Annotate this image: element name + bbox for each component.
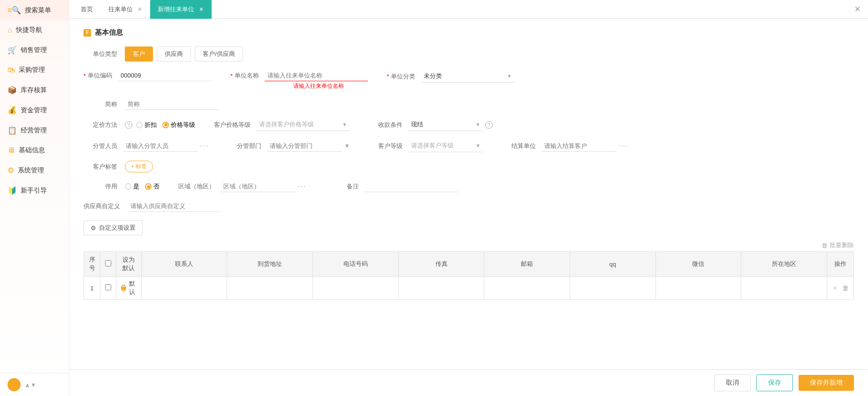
batch-delete-icon: 🗑 [822,242,828,249]
table-row: 1 默认 [84,277,854,300]
region-input[interactable] [221,181,296,192]
settings-gear-icon: ⚙ [91,225,96,232]
row-fax [398,277,484,300]
sidebar-item-sales[interactable]: 🛒 销售管理 [0,40,69,60]
sidebar-label-inventory: 库存核算 [21,86,47,94]
radio-price-level-circle [162,122,169,128]
row-address-input[interactable] [232,283,308,294]
radio-discount-label: 折扣 [145,121,157,129]
tab-new-partner[interactable]: 新增往来单位 ✕ [150,0,212,19]
tab-partners-close[interactable]: ✕ [137,6,142,13]
sidebar-item-finance[interactable]: 💰 资金管理 [0,100,69,120]
row-phone-input[interactable] [318,283,394,294]
tab-home[interactable]: 首页 [73,0,101,19]
row-fax-input[interactable] [404,283,480,294]
department-input[interactable] [267,140,342,152]
sidebar-item-basic-info[interactable]: 🖥 基础信息 [0,140,69,160]
sidebar-item-operations[interactable]: 📋 经营管理 [0,120,69,140]
abbr-row: 简称 [84,99,854,110]
pricing-method-label: 定价方法 [84,121,121,129]
unit-type-row: 单位类型 客户 供应商 客户/供应商 [84,47,854,62]
btn-both[interactable]: 客户/供应商 [195,47,243,62]
radio-no[interactable]: 否 [145,182,160,191]
payment-terms-label: 收款条件 [369,121,406,129]
form-footer: 取消 保存 保存并新增 [69,369,868,396]
tab-new-partner-close[interactable]: ✕ [199,6,204,13]
region-more-btn[interactable]: ··· [297,182,306,191]
sidebar-item-purchase[interactable]: 🛍 采购管理 [0,60,69,80]
payment-terms-value: 现结 [411,120,473,129]
customer-level-select[interactable]: 请选择客户等级 ▼ [408,140,483,152]
add-tag-button[interactable]: + 标签 [125,161,153,172]
form-content: F 基本信息 单位类型 客户 供应商 客户/供应商 * 单位编码 * 单位名称 [69,19,868,369]
unit-code-label: 单位编码 [88,71,116,80]
row-wechat-input[interactable] [661,283,737,294]
row-select-checkbox[interactable] [105,284,111,290]
finance-icon: 💰 [8,106,17,115]
row-email-input[interactable] [489,283,565,294]
department-label: 分管部门 [228,142,265,150]
pricing-help-icon[interactable]: ? [125,121,132,129]
select-all-checkbox[interactable] [105,260,111,266]
row-add-btn[interactable]: ＋ [832,284,838,292]
abbr-input[interactable] [125,99,219,110]
row-region-input[interactable] [746,283,822,294]
radio-discount[interactable]: 折扣 [136,121,157,129]
row-qq [570,277,655,300]
col-default: 设为默认 [116,252,142,277]
row-default-radio[interactable] [121,285,126,291]
row-contact-input[interactable] [146,283,222,294]
radio-yes[interactable]: 是 [125,182,139,191]
search-icon: ≡🔍 [8,6,21,15]
customer-price-level-select[interactable]: 请选择客户价格等级 ▼ [256,118,350,131]
sidebar-label-system: 系统管理 [18,166,44,175]
cancel-button[interactable]: 取消 [714,374,751,391]
tab-partners[interactable]: 往来单位 ✕ [101,0,150,19]
settlement-unit-label: 结算单位 [502,142,540,150]
batch-delete-label[interactable]: 批量删除 [830,241,854,249]
row-phone [313,277,399,300]
row-delete-btn[interactable]: 🗑 [842,284,849,292]
supplier-custom-input[interactable] [128,201,221,212]
notes-input[interactable] [365,181,458,192]
customer-tag-label: 客户标签 [84,163,121,171]
unit-name-input[interactable] [265,70,368,81]
sidebar-item-system[interactable]: ⚙ 系统管理 [0,160,69,180]
radio-price-level-dot [164,123,168,126]
btn-supplier[interactable]: 供应商 [157,47,191,62]
sidebar-item-quick-nav[interactable]: ⌂ 快捷导航 [0,20,69,40]
sidebar-bottom-icon: ▲▼ [24,381,37,388]
save-button[interactable]: 保存 [756,374,793,391]
payment-terms-arrow: ▼ [475,122,480,127]
radio-price-level[interactable]: 价格等级 [162,121,195,129]
sidebar-label-quick-nav: 快捷导航 [16,26,42,34]
manager-label: 分管人员 [84,142,121,150]
sidebar-item-inventory[interactable]: 📦 库存核算 [0,80,69,100]
row-default-label: 默认 [128,280,137,296]
row-region [741,277,827,300]
home-icon: ⌂ [8,26,12,34]
sidebar-item-search[interactable]: ≡🔍 搜索菜单 [0,0,69,20]
unit-code-input[interactable] [118,70,212,81]
manager-input[interactable] [123,140,198,152]
unit-category-select[interactable]: 未分类 ▼ [421,70,515,83]
contacts-table: 序号 设为默认 联系人 到货地址 电话号码 传真 邮箱 qq 微信 所在地区 操… [84,251,854,300]
col-wechat: 微信 [655,252,741,277]
settlement-more-btn[interactable]: ··· [618,142,627,150]
radio-discount-circle [136,122,143,128]
col-phone: 电话号码 [313,252,399,277]
row-qq-input[interactable] [575,283,651,294]
system-icon: ⚙ [8,166,14,175]
sidebar-item-beginner[interactable]: 🔰 新手引导 [0,180,69,201]
customer-level-arrow: ▼ [475,143,480,148]
window-close-button[interactable]: ✕ [851,5,864,14]
payment-terms-select[interactable]: 现结 ▼ [408,118,483,131]
payment-terms-help-icon[interactable]: ? [485,121,493,129]
radio-no-dot [147,185,150,188]
btn-customer[interactable]: 客户 [125,47,153,62]
manager-more-btn[interactable]: ··· [200,142,209,150]
custom-settings-button[interactable]: ⚙ 自定义项设置 [84,220,143,235]
save-and-new-button[interactable]: 保存并新增 [799,375,854,391]
sidebar-label-search: 搜索菜单 [25,6,51,15]
settlement-unit-input[interactable] [541,140,617,152]
